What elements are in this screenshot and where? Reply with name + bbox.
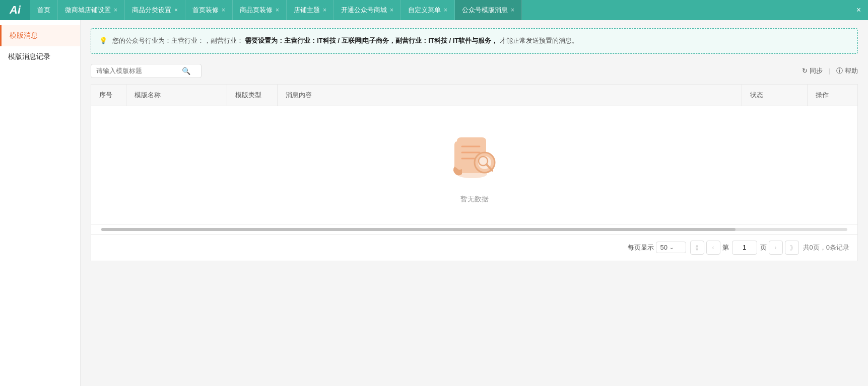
col-seq: 序号 xyxy=(91,84,126,106)
nav-tab-wshop[interactable]: 微商城店铺设置 × xyxy=(58,0,125,20)
page-size-dropdown[interactable]: 50 ⌄ xyxy=(656,242,686,253)
prev-page-button[interactable]: ‹ xyxy=(706,241,720,255)
page-size-label: 每页显示 xyxy=(628,243,654,252)
help-icon: ⓘ xyxy=(836,66,843,75)
total-info: 共0页，0条记录 xyxy=(803,243,849,252)
page-label-after: 页 xyxy=(760,243,767,252)
col-name: 模版名称 xyxy=(126,84,227,106)
sidebar-item-template-msg[interactable]: 模版消息 xyxy=(0,25,80,46)
col-type: 模版类型 xyxy=(227,84,278,106)
nav-tab-custom-menu[interactable]: 自定义菜单 × xyxy=(401,0,455,20)
sync-button[interactable]: ↻ 同步 xyxy=(802,66,823,75)
col-status: 状态 xyxy=(742,84,808,106)
last-page-button[interactable]: ⟫ xyxy=(785,241,799,255)
nav-tab-product-decor[interactable]: 商品页装修 × xyxy=(233,0,287,20)
nav-tab-home[interactable]: 首页 xyxy=(30,0,58,20)
scroll-track xyxy=(101,228,847,231)
nav-tab-store-theme[interactable]: 店铺主题 × xyxy=(287,0,334,20)
top-nav: Ai 首页 微商城店铺设置 × 商品分类设置 × 首页装修 × 商品页装修 × … xyxy=(0,0,868,20)
close-tab-custom-menu[interactable]: × xyxy=(444,7,447,14)
notice-highlight: 需要设置为：主营行业：IT科技 / 互联网|电子商务，副营行业：IT科技 / I… xyxy=(245,37,498,44)
scroll-thumb xyxy=(101,228,736,231)
search-icon[interactable]: 🔍 xyxy=(182,67,190,75)
close-tab-store-theme[interactable]: × xyxy=(323,7,326,14)
toolbar: 🔍 ↻ 同步 | ⓘ 帮助 xyxy=(91,64,858,78)
main-layout: 模版消息 模版消息记录 💡 您的公众号行业为：主营行业：，副营行业： 需要设置为… xyxy=(0,20,868,386)
page-input-group: 第 页 xyxy=(722,241,767,255)
close-tab-category[interactable]: × xyxy=(174,7,178,14)
first-page-button[interactable]: ⟪ xyxy=(690,241,704,255)
search-box: 🔍 xyxy=(91,64,202,78)
close-tab-open-mall[interactable]: × xyxy=(390,7,393,14)
toolbar-right: ↻ 同步 | ⓘ 帮助 xyxy=(802,66,858,75)
page-size-select: 每页显示 50 ⌄ xyxy=(628,242,686,253)
nav-tab-open-mall[interactable]: 开通公众号商城 × xyxy=(334,0,401,20)
col-content: 消息内容 xyxy=(278,84,742,106)
table-header-row: 序号 模版名称 模版类型 消息内容 状态 操作 xyxy=(91,84,858,106)
app-logo: Ai xyxy=(0,0,30,20)
nav-tab-home-decor[interactable]: 首页装修 × xyxy=(185,0,233,20)
notice-suffix: 才能正常发送预置的消息。 xyxy=(500,37,578,44)
main-content: 💡 您的公众号行业为：主营行业：，副营行业： 需要设置为：主营行业：IT科技 /… xyxy=(81,20,868,386)
page-nav: ⟪ ‹ 第 页 › ⟫ xyxy=(690,241,799,255)
next-page-button[interactable]: › xyxy=(769,241,783,255)
sidebar: 模版消息 模版消息记录 xyxy=(0,20,81,386)
nav-tab-template-msg[interactable]: 公众号模版消息 × xyxy=(455,0,522,20)
help-button[interactable]: ⓘ 帮助 xyxy=(836,66,858,75)
page-number-input[interactable] xyxy=(732,241,757,255)
data-table: 序号 模版名称 模版类型 消息内容 状态 操作 xyxy=(91,84,858,106)
empty-text: 暂无数据 xyxy=(91,195,857,204)
close-tab-product-decor[interactable]: × xyxy=(276,7,279,14)
notice-prefix: 您的公众号行业为：主营行业：，副营行业： xyxy=(112,37,243,44)
pagination: 每页显示 50 ⌄ ⟪ ‹ 第 页 › ⟫ 共0页，0条记录 xyxy=(91,235,858,261)
page-label-before: 第 xyxy=(722,243,729,252)
notice-box: 💡 您的公众号行业为：主营行业：，副营行业： 需要设置为：主营行业：IT科技 /… xyxy=(91,28,858,54)
close-tab-home-decor[interactable]: × xyxy=(222,7,225,14)
search-input[interactable] xyxy=(96,67,182,74)
nav-tab-category[interactable]: 商品分类设置 × xyxy=(125,0,185,20)
sync-icon: ↻ xyxy=(802,67,808,74)
chevron-down-icon: ⌄ xyxy=(670,245,674,250)
close-tab-template-msg[interactable]: × xyxy=(511,7,514,14)
col-action: 操作 xyxy=(808,84,858,106)
notice-icon: 💡 xyxy=(99,37,107,44)
close-all-tabs[interactable]: × xyxy=(849,6,868,15)
toolbar-divider: | xyxy=(829,67,830,74)
sidebar-item-template-record[interactable]: 模版消息记录 xyxy=(0,46,80,67)
scroll-bar-area[interactable] xyxy=(91,224,858,235)
close-tab-wshop[interactable]: × xyxy=(114,7,117,14)
empty-icon xyxy=(444,126,505,187)
empty-state: 暂无数据 xyxy=(91,106,858,224)
